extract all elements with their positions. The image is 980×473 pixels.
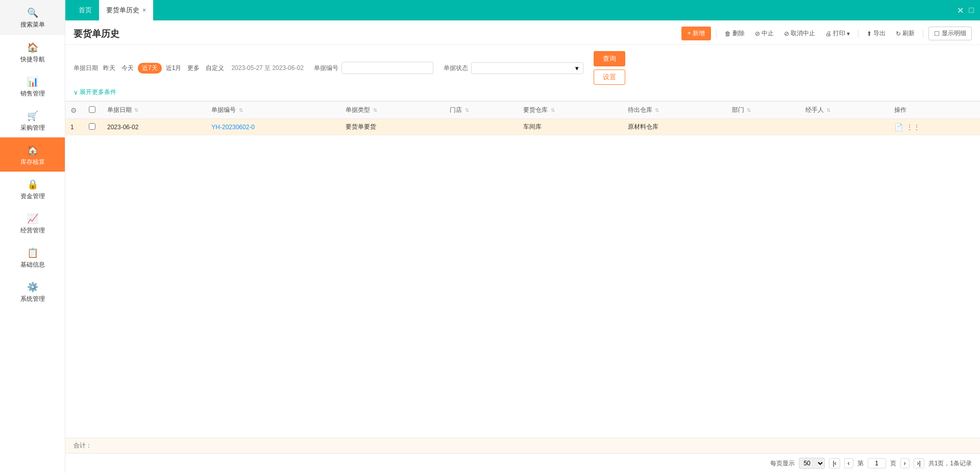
td-operations: 📄 ⋮⋮	[889, 119, 980, 135]
table-footer: 合计：	[65, 438, 980, 453]
setup-button[interactable]: 设置	[594, 69, 625, 85]
th-handler[interactable]: 经手人 ⇅	[800, 102, 889, 119]
th-doc-type[interactable]: 单据类型 ⇅	[340, 102, 445, 119]
delete-button[interactable]: 🗑 删除	[722, 27, 748, 40]
operations-icon: 📈	[27, 213, 38, 224]
doc-status-select[interactable]: ▾	[471, 62, 583, 74]
window-maximize-icon[interactable]: □	[969, 6, 974, 15]
sidebar-item-search-menu[interactable]: 🔍 搜索菜单	[0, 0, 65, 35]
cancel-stop-button[interactable]: ⊘ 取消中止	[781, 27, 818, 40]
sidebar-item-basic-info[interactable]: 📋 基础信息	[0, 240, 65, 274]
sidebar-item-system[interactable]: ⚙️ 系统管理	[0, 274, 65, 309]
print-dropdown-icon: ▾	[847, 30, 850, 37]
new-button[interactable]: + 新增	[681, 27, 711, 40]
td-pending-warehouse: 原材料仓库	[623, 119, 727, 135]
total-info: 共1页，1条记录	[928, 459, 972, 468]
print-icon: 🖨	[825, 30, 831, 37]
th-setting[interactable]: ⚙	[65, 102, 84, 119]
tab-close-btn[interactable]: ×	[142, 7, 146, 14]
page-suffix: 页	[890, 459, 896, 468]
td-doc-number: YH-20230602-0	[206, 119, 340, 135]
filter-docnum-item: 单据编号	[314, 62, 433, 74]
td-doc-date: 2023-06-02	[102, 119, 206, 135]
settings-gear-icon[interactable]: ⚙	[70, 106, 77, 114]
sidebar-item-operations[interactable]: 📈 经营管理	[0, 206, 65, 240]
export-icon: ⬆	[867, 30, 872, 37]
date-7days[interactable]: 近7天	[138, 63, 162, 74]
page-size-select[interactable]: 50 100 200	[799, 458, 825, 469]
system-icon: ⚙️	[27, 281, 38, 293]
select-all-checkbox[interactable]	[89, 106, 95, 113]
doc-number-input[interactable]	[341, 62, 433, 74]
th-doc-number[interactable]: 单据编号 ⇅	[206, 102, 340, 119]
doc-number-link[interactable]: YH-20230602-0	[211, 124, 255, 131]
print-button[interactable]: 🖨 打印 ▾	[822, 27, 853, 40]
refresh-button[interactable]: ↻ 刷新	[893, 27, 918, 40]
page-prefix: 第	[857, 459, 864, 468]
search-menu-icon: 🔍	[27, 7, 38, 18]
th-checkbox[interactable]	[84, 102, 102, 119]
date-more[interactable]: 更多	[185, 63, 202, 74]
sidebar-item-purchase[interactable]: 🛒 采购管理	[0, 103, 65, 137]
date-yesterday[interactable]: 昨天	[101, 63, 117, 74]
purchase-icon: 🛒	[27, 110, 38, 122]
td-req-warehouse: 车间库	[518, 119, 622, 135]
next-page-btn[interactable]: ›	[900, 458, 910, 468]
date-custom[interactable]: 自定义	[204, 63, 226, 74]
main-content: 首页 要货单历史 × ✕ □ 要货单历史 + 新增 🗑 删	[65, 0, 980, 473]
divider-2	[858, 30, 859, 38]
th-doc-date[interactable]: 单据日期 ⇅	[102, 102, 206, 119]
last-page-btn[interactable]: ›|	[914, 458, 924, 468]
sidebar-item-finance[interactable]: 🔒 资金管理	[0, 172, 65, 206]
filter-date-item: 单据日期 昨天 今天 近7天 近1月 更多 自定义 2023-05-27 至 2…	[74, 63, 304, 74]
td-store	[445, 119, 518, 135]
td-checkbox[interactable]	[84, 119, 102, 135]
td-index: 1	[65, 119, 84, 135]
cancel-stop-icon: ⊘	[784, 30, 789, 37]
filter-area: 单据日期 昨天 今天 近7天 近1月 更多 自定义 2023-05-27 至 2…	[65, 45, 980, 101]
refresh-icon: ↻	[896, 30, 901, 37]
date-1month[interactable]: 近1月	[164, 63, 184, 74]
delete-icon: 🗑	[725, 30, 731, 37]
row-edit-icon[interactable]: 📄	[894, 123, 903, 131]
th-store[interactable]: 门店 ⇅	[445, 102, 518, 119]
query-button[interactable]: 查询	[594, 51, 625, 66]
row-more-icon[interactable]: ⋮⋮	[906, 123, 920, 131]
sidebar-item-sales[interactable]: 📊 销售管理	[0, 69, 65, 103]
header-actions: + 新增 🗑 删除 ⊘ 中止 ⊘ 取消中止 🖨	[681, 27, 972, 40]
page-number-input[interactable]	[868, 458, 886, 468]
td-doc-type: 要货单要货	[340, 119, 445, 135]
finance-icon: 🔒	[27, 179, 38, 190]
td-handler	[800, 119, 889, 135]
row-checkbox[interactable]	[89, 123, 95, 130]
export-button[interactable]: ⬆ 导出	[864, 27, 889, 40]
window-close-icon[interactable]: ✕	[957, 6, 964, 15]
expand-more-btn[interactable]: ∨ 展开更多条件	[74, 88, 972, 97]
stop-button[interactable]: ⊘ 中止	[752, 27, 777, 40]
tab-active[interactable]: 要货单历史 ×	[99, 0, 153, 20]
sort-doc-type-icon: ⇅	[373, 107, 377, 113]
tab-home[interactable]: 首页	[71, 0, 99, 20]
display-detail-button[interactable]: ☐ 显示明细	[928, 27, 972, 40]
date-today[interactable]: 今天	[119, 63, 136, 74]
query-action-buttons: 查询 设置	[594, 51, 625, 85]
th-department[interactable]: 部门 ⇅	[727, 102, 800, 119]
filter-row: 单据日期 昨天 今天 近7天 近1月 更多 自定义 2023-05-27 至 2…	[74, 51, 972, 85]
table-header-row: ⚙ 单据日期 ⇅ 单据编号 ⇅	[65, 102, 980, 119]
display-detail-icon: ☐	[934, 30, 940, 37]
sidebar: 🔍 搜索菜单 🏠 快捷导航 📊 销售管理 🛒 采购管理 🏠 库存核算 🔒 资金管…	[0, 0, 65, 473]
filter-status-item: 单据状态 ▾	[444, 62, 583, 74]
topbar: 首页 要货单历史 × ✕ □	[65, 0, 980, 20]
th-req-warehouse[interactable]: 要货仓库 ⇅	[518, 102, 622, 119]
sort-doc-number-icon: ⇅	[239, 107, 243, 113]
row-operations: 📄 ⋮⋮	[894, 123, 975, 131]
sort-doc-date-icon: ⇅	[134, 107, 138, 113]
table-area: ⚙ 单据日期 ⇅ 单据编号 ⇅	[65, 101, 980, 438]
sidebar-item-inventory[interactable]: 🏠 库存核算	[0, 137, 65, 172]
th-pending-warehouse[interactable]: 待出仓库 ⇅	[623, 102, 727, 119]
sidebar-item-quick-nav[interactable]: 🏠 快捷导航	[0, 35, 65, 69]
first-page-btn[interactable]: |‹	[829, 458, 840, 468]
inventory-icon: 🏠	[27, 145, 38, 156]
prev-page-btn[interactable]: ‹	[844, 458, 853, 468]
th-operations: 操作	[889, 102, 980, 119]
